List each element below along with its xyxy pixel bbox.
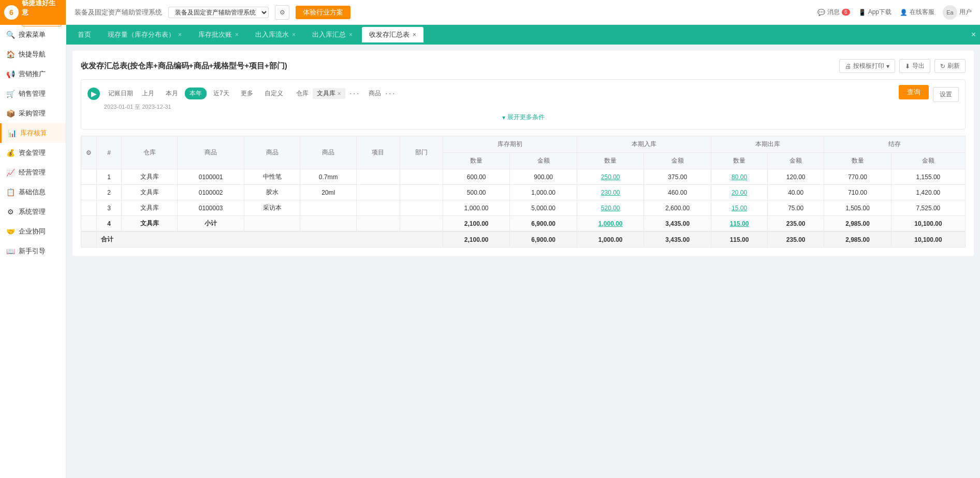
sidebar-item-inventory[interactable]: 📊 库存核算 xyxy=(0,123,66,143)
subtotal-in-amount: 3,435.00 xyxy=(644,216,711,232)
tab-recv-summary[interactable]: 收发存汇总表 × xyxy=(362,27,423,42)
sidebar-item-label: 基础信息 xyxy=(19,187,46,197)
warehouse-tag-remove-icon[interactable]: × xyxy=(338,90,341,97)
date-this-year-btn[interactable]: 本年 xyxy=(185,88,207,99)
row-out-qty-link[interactable]: 15.00 xyxy=(732,205,747,212)
phone-icon: 📱 xyxy=(858,9,866,16)
row-closing-amount: 1,155.00 xyxy=(891,169,965,185)
tab-close-icon[interactable]: × xyxy=(349,31,353,38)
close-all-tabs-icon[interactable]: × xyxy=(971,30,976,39)
table-row: 1 文具库 0100001 中性笔 0.7mm 600.00 900.00 25… xyxy=(81,169,966,185)
sidebar-item-label: 系统管理 xyxy=(19,207,46,216)
sidebar-item-finance[interactable]: 💰 资金管理 xyxy=(0,143,66,163)
date-this-month-btn[interactable]: 本月 xyxy=(161,88,183,99)
subtotal-in-qty-link[interactable]: 1,000.00 xyxy=(598,220,623,227)
row-goods-spec xyxy=(300,200,357,216)
search-icon: 🔍 xyxy=(6,31,14,39)
row-in-amount: 2,600.00 xyxy=(644,200,711,216)
message-icon: 💬 xyxy=(817,9,825,16)
refresh-button[interactable]: ↻ 刷新 xyxy=(934,59,966,73)
filter-toggle-button[interactable]: ▶ xyxy=(87,88,100,100)
date-more-btn[interactable]: 更多 xyxy=(236,88,258,99)
tab-close-icon[interactable]: × xyxy=(292,31,296,38)
tab-close-icon[interactable]: × xyxy=(178,31,182,38)
row-closing-qty: 710.00 xyxy=(824,185,891,200)
print-button[interactable]: 🖨 按模板打印 ▾ xyxy=(839,59,895,73)
tab-inout-flow[interactable]: 出入库流水 × xyxy=(248,27,303,42)
sidebar-item-cooperation[interactable]: 🤝 企业协同 xyxy=(0,222,66,241)
sidebar-item-quick-nav[interactable]: 🏠 快捷导航 xyxy=(0,45,66,64)
row-in-qty-link[interactable]: 250.00 xyxy=(601,173,620,181)
col-group-closing: 结存 xyxy=(824,136,966,153)
online-service-label: 在线客服 xyxy=(910,8,934,17)
date-last7-btn[interactable]: 近7天 xyxy=(209,88,234,99)
row-out-qty-link[interactable]: 80.00 xyxy=(732,173,747,181)
expand-conditions-button[interactable]: ▾ 展开更多条件 xyxy=(87,111,959,124)
print-icon: 🖨 xyxy=(845,63,851,70)
subtotal-closing-amount: 10,100.00 xyxy=(891,216,965,232)
tabs-bar: 首页 现存量（库存分布表） × 库存批次账 × 出入库流水 × 出入库汇总 × … xyxy=(66,25,980,45)
row-opening-qty: 600.00 xyxy=(443,169,510,185)
finance-icon: 💰 xyxy=(6,149,14,157)
app-download-button[interactable]: 📱 App下载 xyxy=(858,8,891,17)
content-area: 收发存汇总表(按仓库+商品编码+商品+规格型号+项目+部门) 🖨 按模板打印 ▾… xyxy=(66,45,980,478)
row-in-qty-link[interactable]: 230.00 xyxy=(601,189,620,196)
date-custom-btn[interactable]: 自定义 xyxy=(260,88,288,99)
trial-button[interactable]: 体验行业方案 xyxy=(296,6,350,19)
subtotal-out-qty-link[interactable]: 115.00 xyxy=(730,220,749,227)
sidebar-item-marketing[interactable]: 📢 营销推广 xyxy=(0,64,66,84)
row-goods-code: 0100001 xyxy=(177,169,244,185)
tab-label: 出入库汇总 xyxy=(312,30,346,39)
page-header: 收发存汇总表(按仓库+商品编码+商品+规格型号+项目+部门) 🖨 按模板打印 ▾… xyxy=(81,59,966,73)
sidebar-item-system[interactable]: ⚙ 系统管理 xyxy=(0,202,66,222)
total-out-qty: 115.00 xyxy=(711,231,767,248)
goods-more-icon[interactable]: ··· xyxy=(385,88,396,99)
subtotal-out-amount: 235.00 xyxy=(768,216,824,232)
purchase-icon: 📦 xyxy=(6,109,14,118)
system-selector[interactable]: 装备及固定资产辅助管理系统 xyxy=(168,7,269,18)
warehouse-more-icon[interactable]: ··· xyxy=(349,88,360,99)
export-button[interactable]: ⬇ 导出 xyxy=(899,59,930,73)
total-opening-qty: 2,100.00 xyxy=(443,231,510,248)
sidebar-item-search[interactable]: 🔍 搜索菜单 xyxy=(0,25,66,45)
sidebar-item-basic-info[interactable]: 📋 基础信息 xyxy=(0,182,66,202)
settings-button[interactable]: ⚙ xyxy=(275,5,289,20)
setting-button[interactable]: 设置 xyxy=(933,87,959,102)
tab-close-active-icon[interactable]: × xyxy=(413,31,416,38)
col-out-qty: 数量 xyxy=(711,153,767,169)
row-closing-amount: 7,525.00 xyxy=(891,200,965,216)
user-avatar: Ea xyxy=(943,5,957,20)
row-closing-amount: 1,420.00 xyxy=(891,185,965,200)
tab-inout-summary[interactable]: 出入库汇总 × xyxy=(305,27,360,42)
tab-close-icon[interactable]: × xyxy=(235,31,239,38)
chevron-down-icon: ▾ xyxy=(886,63,889,70)
total-label: 合计 xyxy=(97,231,443,248)
table-settings-icon[interactable]: ⚙ xyxy=(81,136,97,169)
row-in-qty-link[interactable]: 520.00 xyxy=(601,205,620,212)
sidebar-item-guide[interactable]: 📖 新手引导 xyxy=(0,241,66,261)
row-no: 1 xyxy=(97,169,122,185)
message-button[interactable]: 💬 消息 6 xyxy=(817,8,850,17)
tab-label: 收发存汇总表 xyxy=(369,30,409,39)
date-prev-month-btn[interactable]: 上月 xyxy=(137,88,159,99)
online-service-button[interactable]: 👤 在线客服 xyxy=(900,8,934,17)
row-out-amount: 120.00 xyxy=(768,169,824,185)
sidebar-item-label: 销售管理 xyxy=(19,89,46,98)
basic-info-icon: 📋 xyxy=(6,188,14,196)
data-table: ⚙ # 仓库 商品 商品 商品 项目 部门 库存期初 本期入库 本期出库 结存 xyxy=(81,136,966,248)
user-menu[interactable]: Ea 用户 xyxy=(943,5,972,20)
row-out-amount: 40.00 xyxy=(768,185,824,200)
sidebar-item-sales[interactable]: 🛒 销售管理 xyxy=(0,84,66,104)
query-button[interactable]: 查询 xyxy=(899,85,929,99)
row-out-qty-link[interactable]: 20.00 xyxy=(732,189,747,196)
main-area: 装备及固定资产辅助管理系统 装备及固定资产辅助管理系统 ⚙ 体验行业方案 💬 消… xyxy=(66,0,980,478)
tab-inventory-dist[interactable]: 现存量（库存分布表） × xyxy=(100,27,189,42)
sidebar-item-label: 企业协同 xyxy=(19,227,46,236)
sidebar-item-label: 新手引导 xyxy=(19,247,46,256)
sidebar-item-purchase[interactable]: 📦 采购管理 xyxy=(0,104,66,123)
tab-batch[interactable]: 库存批次账 × xyxy=(191,27,246,42)
sidebar-item-operations[interactable]: 📈 经营管理 xyxy=(0,163,66,182)
sidebar-item-label: 快捷导航 xyxy=(19,50,46,59)
date-range-text: 2023-01-01 至 2023-12-31 xyxy=(104,104,171,110)
tab-home[interactable]: 首页 xyxy=(70,27,98,42)
